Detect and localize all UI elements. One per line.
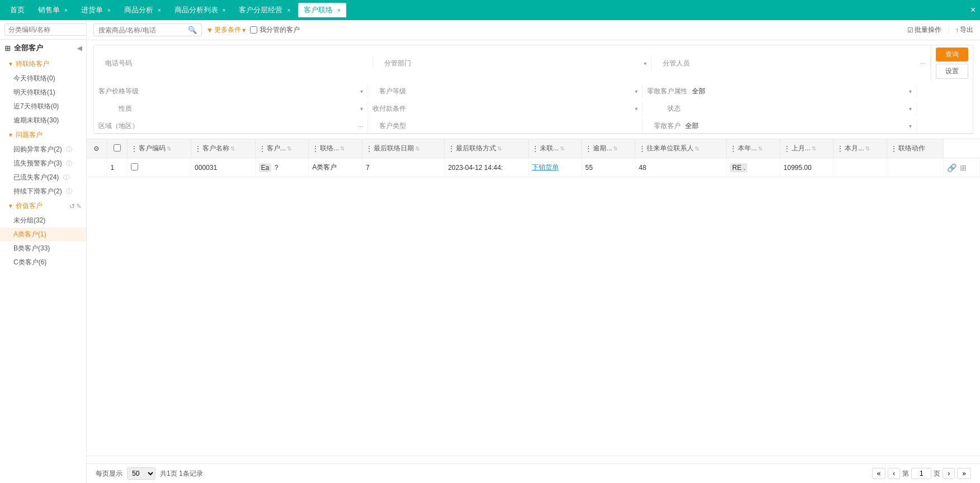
col-last-method: ⋮ 最后联络方式 ⇅ xyxy=(444,139,528,158)
group-arrow-icon: ▼ xyxy=(8,61,13,67)
setting-button[interactable]: 设置 xyxy=(936,64,968,79)
per-page-select[interactable]: 50 100 200 xyxy=(127,467,156,480)
col-divider3: ⋮ xyxy=(259,145,266,153)
row-check: 1 xyxy=(107,158,127,177)
close-purchase-order-icon[interactable]: × xyxy=(107,7,111,13)
filter-search-input[interactable] xyxy=(98,26,188,34)
sort-lastmonth-icon[interactable]: ⇅ xyxy=(812,145,816,151)
col-last-month: ⋮ 上月... ⇅ xyxy=(780,139,833,158)
col-divider7: ⋮ xyxy=(532,145,539,153)
batch-operation-btn[interactable]: ☑ 批量操作 xyxy=(907,25,941,35)
col-last-date: ⋮ 最后联络日期 ⇅ xyxy=(362,139,445,158)
nav-sales-order[interactable]: 销售单 × xyxy=(32,3,73,17)
sort-thismonth-icon[interactable]: ⇅ xyxy=(865,145,870,151)
nav-purchase-order[interactable]: 进货单 × xyxy=(76,3,116,17)
check-col-header xyxy=(107,139,127,158)
last-method-link[interactable]: 下销货单 xyxy=(532,163,559,171)
sort-level-icon[interactable]: ⇅ xyxy=(287,145,291,151)
sidebar-item-repeat-abnormal[interactable]: 回购异常客户(2) ⓘ xyxy=(0,143,86,157)
sidebar-item-class-a[interactable]: A类客户(1) xyxy=(0,228,86,242)
col-divider6: ⋮ xyxy=(448,145,455,153)
sidebar-item-7days[interactable]: 近7天待联络(0) xyxy=(0,100,86,113)
mine-filter-checkbox[interactable] xyxy=(250,26,257,34)
row-gear xyxy=(87,158,107,177)
nav-customer-segment[interactable]: 客户分层经营 × xyxy=(233,3,296,17)
scatter-customer-value[interactable]: 全部 xyxy=(685,121,907,131)
sidebar-item-ungrouped[interactable]: 未分组(32) xyxy=(0,214,86,228)
row-link-icon[interactable]: 🔗 xyxy=(947,163,957,172)
select-all-checkbox[interactable] xyxy=(114,144,121,151)
close-product-analysis-list-icon[interactable]: × xyxy=(223,7,226,13)
pending-contact-group[interactable]: ▼ 待联络客户 xyxy=(0,56,86,72)
nav-product-analysis-list[interactable]: 商品分析列表 × xyxy=(169,3,232,17)
settings-gear-icon[interactable]: ⚙ xyxy=(93,145,100,153)
close-customer-segment-icon[interactable]: × xyxy=(287,7,290,13)
sidebar-item-today[interactable]: 今天待联络(0) xyxy=(0,72,86,86)
payment-arrow: ▾ xyxy=(635,106,638,112)
all-customers-header[interactable]: ⊞ 全部客户 ◀ xyxy=(0,40,86,56)
sort-method-icon[interactable]: ⇅ xyxy=(497,145,502,151)
row-not-contact: 55 xyxy=(582,158,635,177)
scatter-attr-value[interactable]: 全部 xyxy=(692,87,907,96)
row-name: Ea ? xyxy=(255,158,309,177)
sort-thisyear-icon[interactable]: ⇅ xyxy=(758,145,762,151)
nav-home[interactable]: 首页 xyxy=(4,3,30,17)
value-customers-group[interactable]: ▼ 价值客户 ↺ ✎ xyxy=(0,198,86,214)
page-of-label: 页 xyxy=(934,469,940,479)
export-btn[interactable]: ↑ 导出 xyxy=(955,25,973,35)
last-page-btn[interactable]: » xyxy=(957,468,971,479)
scatter-attr-arrow: ▾ xyxy=(909,88,912,94)
horizontal-scrollbar[interactable] xyxy=(87,456,980,463)
next-page-btn[interactable]: › xyxy=(943,468,955,479)
problem-customers-group[interactable]: ▼ 问题客户 xyxy=(0,127,86,143)
sidebar-item-churn-warning[interactable]: 流失预警客户(3) ⓘ xyxy=(0,157,86,171)
edit-group-icon[interactable]: ✎ xyxy=(76,202,82,210)
sidebar-search-input[interactable] xyxy=(4,23,87,36)
close-sales-order-icon[interactable]: × xyxy=(64,7,68,13)
sort-contact-icon[interactable]: ⇅ xyxy=(340,145,345,151)
sidebar-item-churned[interactable]: 已流失客户(24) ⓘ xyxy=(0,171,86,184)
sidebar-item-overdue[interactable]: 逾期未联络(30) xyxy=(0,113,86,127)
row-last-method: 下销货单 xyxy=(528,158,582,177)
sort-liaison-icon[interactable]: ⇅ xyxy=(695,145,699,151)
sort-name-icon[interactable]: ⇅ xyxy=(230,145,235,151)
info-icon: ⓘ xyxy=(66,146,72,153)
close-all-tabs-icon[interactable]: × xyxy=(970,5,976,15)
row-checkbox[interactable] xyxy=(131,163,138,171)
sidebar-item-declining[interactable]: 持续下滑客户(2) ⓘ xyxy=(0,184,86,198)
first-page-btn[interactable]: « xyxy=(872,468,886,479)
page-number-input[interactable] xyxy=(911,468,931,479)
sort-date-icon[interactable]: ⇅ xyxy=(415,145,420,151)
col-this-year: ⋮ 本年... ⇅ xyxy=(727,139,780,158)
region-dots-icon[interactable]: ··· xyxy=(357,122,363,130)
manager-dots-icon[interactable]: ··· xyxy=(920,59,926,67)
info-icon4: ⓘ xyxy=(66,188,72,195)
row-actions: 🔗 ⊞ xyxy=(944,158,980,177)
close-product-analysis-icon[interactable]: × xyxy=(158,7,161,13)
sort-overdue-icon[interactable]: ⇅ xyxy=(613,145,618,151)
nav-customer-contact[interactable]: 客户联络 × xyxy=(298,3,346,17)
sort-notcontact-icon[interactable]: ⇅ xyxy=(560,145,564,151)
filter-customer-type: 客户类型 xyxy=(368,119,642,133)
query-button[interactable]: 查询 xyxy=(936,48,968,61)
top-navigation: 首页 销售单 × 进货单 × 商品分析 × 商品分析列表 × 客户分层经营 × … xyxy=(0,0,980,20)
more-filters-btn[interactable]: ▼ 更多条件 ▾ xyxy=(206,25,246,35)
filter-scatter-customer: 零散客户 全部 ▾ xyxy=(643,119,917,133)
nav-product-analysis[interactable]: 商品分析 × xyxy=(119,3,167,17)
sidebar: 🔍 ⊞ 全部客户 ◀ ▼ 待联络客户 今天待联络(0) 明天待联络(1) 近7天… xyxy=(0,20,87,483)
collapse-sidebar-icon[interactable]: ◀ xyxy=(77,45,82,52)
export-icon: ↑ xyxy=(955,26,959,34)
row-share-icon[interactable]: ⊞ xyxy=(960,163,967,172)
sidebar-item-class-c[interactable]: C类客户(6) xyxy=(0,255,86,269)
sidebar-item-class-b[interactable]: B类客户(33) xyxy=(0,242,86,255)
sidebar-search-bar: 🔍 xyxy=(0,20,86,40)
filter-manager: 分管人员 ··· xyxy=(652,56,931,70)
search-box: 🔍 xyxy=(93,23,202,36)
prev-page-btn[interactable]: ‹ xyxy=(888,468,900,479)
phone-input[interactable] xyxy=(136,59,368,67)
sidebar-item-tomorrow[interactable]: 明天待联络(1) xyxy=(0,86,86,100)
refresh-icon[interactable]: ↺ xyxy=(69,202,75,210)
sort-code-icon[interactable]: ⇅ xyxy=(167,145,171,151)
per-page-label: 每页显示 xyxy=(96,469,123,479)
close-customer-contact-icon[interactable]: × xyxy=(337,7,341,13)
